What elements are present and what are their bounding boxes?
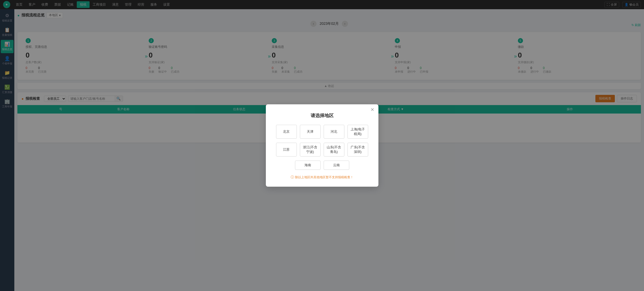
modal-close-btn[interactable]: ✕: [370, 107, 374, 112]
modal-overlay[interactable]: ✕ 请选择地区 北京天津河北上海(电子税局) 江苏浙江(不含宁波)山东(不含青岛…: [0, 0, 644, 291]
region-btn-海南[interactable]: 海南: [295, 161, 321, 170]
region-btn-江苏[interactable]: 江苏: [276, 143, 297, 156]
region-btn-天津[interactable]: 天津: [300, 125, 321, 139]
region-btn-云南[interactable]: 云南: [324, 161, 349, 170]
modal-title: 请选择地区: [276, 113, 368, 119]
region-select-modal: ✕ 请选择地区 北京天津河北上海(电子税局) 江苏浙江(不含宁波)山东(不含青岛…: [266, 104, 378, 187]
region-btn-上海(电子税局)[interactable]: 上海(电子税局): [347, 125, 368, 139]
region-btn-北京[interactable]: 北京: [276, 125, 297, 139]
region-row1: 北京天津河北上海(电子税局): [276, 125, 368, 139]
modal-warning: ⓘ 除以上地区外其他地区暂不支持报税检查！: [276, 175, 368, 180]
warning-text: 除以上地区外其他地区暂不支持报税检查！: [295, 175, 353, 180]
region-btn-河北[interactable]: 河北: [324, 125, 344, 139]
region-row2: 江苏浙江(不含宁波)山东(不含青岛)广东(不含深圳): [276, 143, 368, 156]
region-btn-浙江(不含宁波)[interactable]: 浙江(不含宁波): [300, 143, 321, 156]
warning-icon: ⓘ: [291, 175, 294, 180]
region-row3: 海南云南: [276, 161, 368, 170]
region-btn-山东(不含青岛)[interactable]: 山东(不含青岛): [324, 143, 344, 156]
region-btn-广东(不含深圳)[interactable]: 广东(不含深圳): [347, 143, 368, 156]
